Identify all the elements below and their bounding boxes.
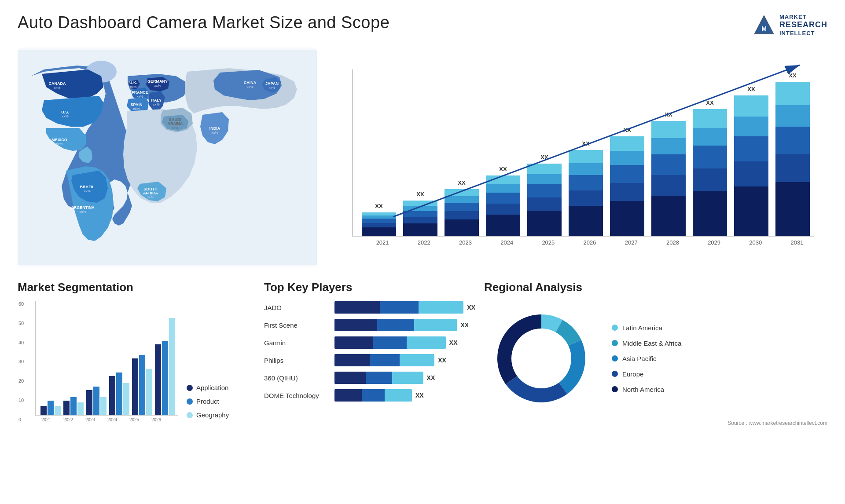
player-bar-seg xyxy=(334,336,373,349)
player-name-1: First Scene xyxy=(264,321,330,329)
bar-group-2022: XX xyxy=(403,201,437,236)
seg-bar xyxy=(100,397,107,415)
player-xx-label: XX xyxy=(427,374,435,381)
svg-text:xx%: xx% xyxy=(133,107,140,111)
bar-value-label: XX xyxy=(789,72,796,79)
svg-text:xx%: xx% xyxy=(79,210,86,214)
svg-text:xx%: xx% xyxy=(246,85,253,89)
bar-x-label-2028: 2028 xyxy=(655,239,690,246)
bar-segment xyxy=(775,154,810,182)
player-bar-seg xyxy=(392,372,423,384)
seg-year-group-2026 xyxy=(155,318,175,415)
bar-x-label-2025: 2025 xyxy=(531,239,566,246)
player-name-4: 360 (QIHU) xyxy=(264,374,330,382)
bar-segment xyxy=(775,182,810,236)
seg-x-label-2021: 2021 xyxy=(35,417,57,422)
bar-chart-bars: XXXXXXXXXXXXXXXXXXXXXX xyxy=(362,69,810,236)
seg-x-label-2024: 2024 xyxy=(101,417,123,422)
player-bar-seg xyxy=(334,319,377,331)
seg-bar xyxy=(123,383,129,415)
bar-segment xyxy=(734,102,768,117)
bar-segment xyxy=(445,203,479,211)
svg-text:xx%: xx% xyxy=(211,131,218,135)
svg-text:FRANCE: FRANCE xyxy=(132,90,148,95)
player-name-0: JADO xyxy=(264,304,330,311)
players-list: JADOXXFirst SceneXXGarminXXPhilipsXX360 … xyxy=(264,301,475,402)
bar-segment xyxy=(527,197,562,211)
bar-segment xyxy=(486,178,520,184)
bar-group-2031: XX xyxy=(775,82,810,236)
seg-bar xyxy=(70,397,77,415)
player-xx-label: XX xyxy=(415,392,424,399)
bar-value-label: XX xyxy=(582,140,589,147)
svg-text:MEXICO: MEXICO xyxy=(51,138,67,142)
bar-segment xyxy=(486,193,520,204)
player-bar-seg xyxy=(385,389,412,402)
logo-line1: MARKET xyxy=(779,14,827,21)
bar-x-label-2023: 2023 xyxy=(448,239,482,246)
bar-segment xyxy=(527,211,562,236)
svg-text:ARGENTINA: ARGENTINA xyxy=(71,205,95,210)
bar-group-2028: XX xyxy=(651,121,686,236)
seg-bar xyxy=(146,369,152,415)
bar-value-label: XX xyxy=(375,203,382,209)
regional-legend-item-3: Europe xyxy=(612,370,681,378)
players-title: Top Key Players xyxy=(264,281,475,294)
svg-text:U.S.: U.S. xyxy=(61,110,69,114)
segmentation-title: Market Segmentation xyxy=(18,281,246,294)
bar-segment xyxy=(610,201,644,236)
bottom-section: Market Segmentation 60 50 40 30 20 10 0 … xyxy=(18,281,827,426)
legend-product: Product xyxy=(187,398,229,405)
regional-label-2: Asia Pacific xyxy=(622,355,657,362)
svg-text:xx%: xx% xyxy=(154,84,161,88)
logo-icon: M xyxy=(752,13,776,37)
regional-dot-4 xyxy=(612,386,618,392)
players-section: Top Key Players JADOXXFirst SceneXXGarmi… xyxy=(255,281,475,407)
regional-dot-2 xyxy=(612,355,618,362)
svg-text:SPAIN: SPAIN xyxy=(131,102,143,107)
player-bar-seg xyxy=(334,372,366,384)
bar-group-2024: XX xyxy=(486,175,520,236)
bar-value-label: XX xyxy=(665,111,672,118)
svg-text:BRAZIL: BRAZIL xyxy=(80,185,95,189)
seg-x-label-2023: 2023 xyxy=(79,417,101,422)
bar-segment xyxy=(693,191,727,236)
bar-chart-area: XXXXXXXXXXXXXXXXXXXXXX xyxy=(352,69,814,237)
bar-x-label-2027: 2027 xyxy=(614,239,648,246)
bar-segment xyxy=(569,206,603,236)
player-bar-seg xyxy=(334,354,370,366)
svg-text:xx%: xx% xyxy=(153,102,159,106)
logo-line2: RESEARCH xyxy=(779,20,827,30)
player-row-5: DOME TechnologyXX xyxy=(264,389,475,402)
regional-legend-item-0: Latin America xyxy=(612,324,681,332)
seg-x-label-2022: 2022 xyxy=(57,417,79,422)
logo-text: MARKET RESEARCH INTELLECT xyxy=(779,14,827,37)
bar-x-label-2021: 2021 xyxy=(365,239,400,246)
player-name-2: Garmin xyxy=(264,339,330,347)
donut-wrap xyxy=(484,301,599,416)
regional-dot-1 xyxy=(612,340,618,346)
bar-chart-container: XXXXXXXXXXXXXXXXXXXXXX 20212022202320242… xyxy=(326,47,827,267)
player-xx-label: XX xyxy=(449,339,458,346)
seg-bar xyxy=(40,406,47,415)
seg-bar xyxy=(93,387,99,415)
seg-bar xyxy=(116,373,122,415)
regional-dot-0 xyxy=(612,325,618,331)
svg-text:xx%: xx% xyxy=(268,86,275,90)
player-bar-seg xyxy=(334,301,380,314)
player-row-0: JADOXX xyxy=(264,301,475,314)
player-bar-inner-2 xyxy=(334,336,446,349)
bar-segment xyxy=(403,211,437,217)
player-bar-seg xyxy=(377,319,414,331)
bar-segment xyxy=(403,223,437,236)
logo-line3: INTELLECT xyxy=(779,30,827,37)
player-row-3: PhilipsXX xyxy=(264,354,475,366)
regional-label-3: Europe xyxy=(622,370,643,378)
legend-product-label: Product xyxy=(196,398,219,405)
svg-text:AFRICA: AFRICA xyxy=(143,191,158,195)
svg-text:xx%: xx% xyxy=(54,86,60,90)
bar-segment xyxy=(403,203,437,206)
bar-segment xyxy=(734,186,768,236)
player-bar-wrap-5: XX xyxy=(334,389,475,402)
bar-segment xyxy=(445,219,479,236)
